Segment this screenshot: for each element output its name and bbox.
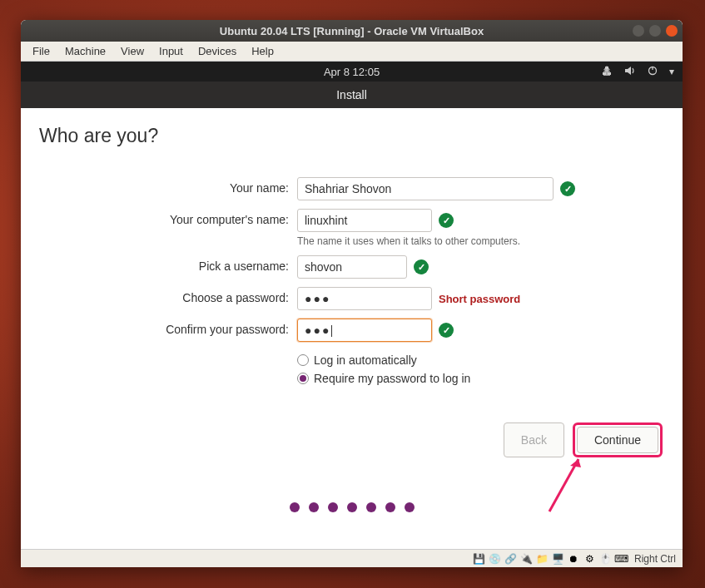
- disc-icon[interactable]: 💿: [489, 552, 501, 565]
- menubar: File Machine View Input Devices Help: [21, 42, 683, 62]
- install-content: Who are you? Your name: ✓ Your computer'…: [21, 108, 683, 549]
- host-key-label: Right Ctrl: [634, 553, 676, 565]
- check-icon: ✓: [560, 181, 575, 196]
- volume-icon[interactable]: [624, 66, 636, 78]
- menu-view[interactable]: View: [114, 43, 151, 59]
- recording-icon[interactable]: ⏺: [568, 552, 580, 565]
- network-sb-icon[interactable]: 🔗: [504, 552, 517, 565]
- back-button[interactable]: Back: [504, 422, 564, 457]
- network-icon[interactable]: [601, 66, 613, 78]
- hostname-label: Your computer's name:: [39, 209, 289, 226]
- minimize-button[interactable]: [633, 25, 644, 37]
- username-input[interactable]: [297, 255, 407, 279]
- confirm-password-input[interactable]: ●●●: [297, 319, 432, 342]
- radio-selected-icon: [297, 373, 309, 384]
- hd-icon[interactable]: 💾: [473, 552, 485, 565]
- svg-rect-0: [603, 72, 606, 75]
- usb-icon[interactable]: 🔌: [520, 552, 533, 565]
- page-heading: Who are you?: [39, 125, 664, 147]
- name-label: Your name:: [39, 177, 289, 195]
- password-warning: Short password: [439, 293, 520, 305]
- guest-display: Apr 8 12:05 ▾ Install Who are you? Your …: [21, 62, 683, 549]
- menu-machine[interactable]: Machine: [58, 43, 112, 59]
- radio-icon: [297, 354, 309, 366]
- hostname-input[interactable]: [297, 209, 432, 232]
- close-button[interactable]: [666, 25, 678, 37]
- statusbar: 💾 💿 🔗 🔌 📁 🖥️ ⏺ ⚙ 🖱️ ⌨ Right Ctrl: [21, 549, 683, 567]
- svg-marker-6: [570, 459, 581, 467]
- hostname-helper: The name it uses when it talks to other …: [297, 235, 664, 247]
- shared-folder-icon[interactable]: 📁: [536, 552, 549, 565]
- name-input[interactable]: [297, 177, 554, 200]
- progress-dots: [290, 502, 415, 512]
- menu-input[interactable]: Input: [152, 43, 190, 59]
- check-icon: ✓: [439, 323, 454, 338]
- window-title: Ubuntu 20.04 LTS [Running] - Oracle VM V…: [220, 25, 484, 37]
- menu-devices[interactable]: Devices: [191, 43, 243, 59]
- auto-login-radio[interactable]: Log in automatically: [297, 353, 664, 367]
- annotation-arrow: [541, 449, 591, 516]
- password-label: Choose a password:: [39, 287, 289, 304]
- menu-help[interactable]: Help: [245, 43, 281, 59]
- keyboard-icon[interactable]: ⌨: [615, 552, 628, 565]
- username-label: Pick a username:: [39, 255, 289, 273]
- auto-login-label: Log in automatically: [314, 353, 417, 367]
- install-header: Install: [21, 82, 683, 108]
- power-icon[interactable]: [648, 66, 658, 78]
- mouse-icon[interactable]: 🖱️: [599, 552, 612, 565]
- confirm-label: Confirm your password:: [39, 319, 289, 336]
- vm-window: Ubuntu 20.04 LTS [Running] - Oracle VM V…: [21, 20, 683, 567]
- password-input[interactable]: ●●●: [297, 287, 432, 310]
- maximize-button[interactable]: [649, 25, 661, 37]
- continue-button[interactable]: Continue: [577, 427, 658, 453]
- cpu-icon[interactable]: ⚙: [583, 552, 596, 565]
- require-password-radio[interactable]: Require my password to log in: [297, 372, 664, 385]
- titlebar: Ubuntu 20.04 LTS [Running] - Oracle VM V…: [21, 20, 683, 42]
- check-icon: ✓: [439, 213, 454, 228]
- check-icon: ✓: [414, 259, 429, 274]
- display-icon[interactable]: 🖥️: [552, 552, 564, 565]
- continue-highlight: Continue: [573, 422, 663, 457]
- svg-rect-2: [605, 67, 608, 69]
- ubuntu-topbar: Apr 8 12:05 ▾: [21, 62, 683, 82]
- require-password-label: Require my password to log in: [314, 372, 470, 385]
- menu-file[interactable]: File: [26, 43, 57, 59]
- svg-rect-1: [608, 72, 611, 75]
- datetime-label[interactable]: Apr 8 12:05: [324, 66, 380, 78]
- chevron-down-icon[interactable]: ▾: [669, 66, 674, 77]
- svg-line-5: [549, 459, 578, 511]
